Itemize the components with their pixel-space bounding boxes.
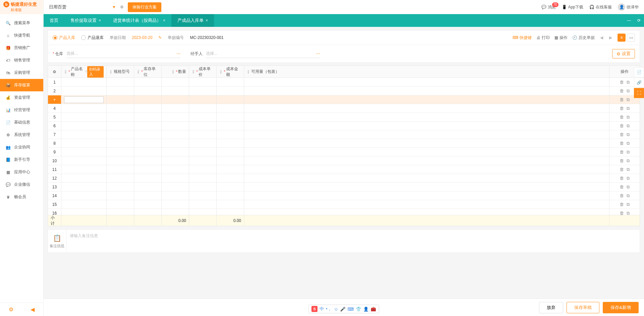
ime-mic-icon[interactable]: 🎤	[340, 307, 345, 312]
delete-row-icon[interactable]: 🗑	[620, 167, 624, 172]
tab[interactable]: 售价提取设置×	[64, 14, 107, 27]
date-value[interactable]: 2023-03-20	[132, 35, 152, 40]
ime-user-icon[interactable]: 👤	[363, 307, 369, 312]
table-row[interactable]: 6 🗑 ⧉	[48, 122, 640, 130]
table-row[interactable]: 1 🗑 ⧉	[48, 78, 640, 87]
product-name-input[interactable]	[64, 96, 104, 103]
remarks-input[interactable]	[66, 230, 640, 253]
view-list-button[interactable]: ≡	[618, 34, 626, 42]
sidebar-item-money[interactable]: 💰资金管理	[0, 91, 43, 104]
tab[interactable]: 进货单统计表（按商品）×	[107, 14, 171, 27]
table-row[interactable]: 2 🗑 ⧉	[48, 87, 640, 95]
copy-row-icon[interactable]: ⧉	[627, 211, 630, 215]
copy-row-icon[interactable]: ⧉	[627, 158, 630, 164]
user-menu[interactable]: 👤 徐泽华	[618, 3, 639, 11]
table-row[interactable]: 10 🗑 ⧉	[48, 156, 640, 165]
tab[interactable]: 首页	[44, 14, 64, 27]
scan-input-button[interactable]: 扫码录入	[87, 66, 104, 78]
copy-row-icon[interactable]: ⧉	[627, 167, 630, 172]
copy-row-icon[interactable]: ⧉	[627, 123, 630, 129]
copy-row-icon[interactable]: ⧉	[627, 176, 630, 181]
col-unit-cost[interactable]: ▲▼ *成本单价	[189, 66, 217, 78]
table-row[interactable]: 9 🗑 ⧉	[48, 148, 640, 156]
app-download-button[interactable]: 📱 App下载	[562, 4, 583, 10]
sidebar-collapse-icon[interactable]: ◀	[31, 306, 35, 313]
copy-row-icon[interactable]: ⧉	[627, 97, 630, 102]
sidebar-item-search[interactable]: 🔍搜索菜单	[0, 17, 43, 29]
messages-button[interactable]: 💬 消息 70	[541, 4, 556, 10]
col-product-name[interactable]: ▲▼ *产品名称 ? 扫码录入	[61, 66, 107, 78]
tab[interactable]: 产成品入库单×	[171, 14, 214, 27]
sidebar-item-gift[interactable]: 🎁营销推广	[0, 42, 43, 54]
sidebar-item-team[interactable]: 👥企业协同	[0, 141, 43, 153]
help-icon[interactable]: ?	[85, 70, 87, 74]
tab-minimize-button[interactable]: —	[624, 14, 634, 27]
view-card-button[interactable]: ▭	[627, 34, 635, 42]
sidebar-item-wechat[interactable]: 💬企业微信	[0, 178, 43, 191]
table-row[interactable]: + 🗑 ⧉	[48, 95, 640, 104]
copy-row-icon[interactable]: ⧉	[627, 184, 630, 190]
delete-row-icon[interactable]: 🗑	[620, 176, 624, 181]
delete-row-icon[interactable]: 🗑	[620, 149, 624, 154]
copy-row-icon[interactable]: ⧉	[627, 132, 630, 137]
radio-product-out[interactable]: 产品退库	[81, 35, 104, 41]
sidebar-item-chart[interactable]: 📊经营管理	[0, 104, 43, 116]
sidebar-item-tag[interactable]: 🏷销售管理	[0, 54, 43, 66]
table-row[interactable]: 12 🗑 ⧉	[48, 174, 640, 183]
delete-row-icon[interactable]: 🗑	[620, 132, 624, 137]
ime-lang[interactable]: 中	[320, 306, 324, 312]
col-qty[interactable]: ▲▼ *数量	[162, 66, 189, 78]
delete-row-icon[interactable]: 🗑	[620, 80, 624, 85]
close-icon[interactable]: ×	[206, 18, 208, 23]
category-selector[interactable]: 日用百货 ▼	[49, 4, 116, 10]
delete-row-icon[interactable]: 🗑	[620, 141, 624, 146]
col-unit[interactable]: ▲▼ *库存单位	[134, 66, 162, 78]
sidebar-item-guide[interactable]: 📘新手引导	[0, 153, 43, 166]
sidebar-item-gear[interactable]: ⚙系统管理	[0, 129, 43, 141]
delete-row-icon[interactable]: 🗑	[620, 88, 624, 93]
ime-punct-icon[interactable]: •，	[326, 306, 332, 312]
filter-settings-button[interactable]: ⚙ 设置	[612, 49, 635, 58]
next-doc-button[interactable]: ▶	[608, 35, 613, 40]
date-edit-icon[interactable]: ✎	[158, 35, 162, 40]
table-row[interactable]: 11 🗑 ⧉	[48, 165, 640, 174]
experience-button[interactable]: 体验行业方案	[128, 2, 161, 12]
table-row[interactable]: 5 🗑 ⧉	[48, 113, 640, 122]
save-draft-button[interactable]: 保存草稿	[567, 302, 599, 313]
operate-link[interactable]: ▦ 操作	[554, 35, 568, 41]
prev-doc-button[interactable]: ◀	[599, 35, 604, 40]
tab-refresh-button[interactable]: ⟳	[634, 14, 644, 27]
sidebar-settings-icon[interactable]: ⚙	[9, 306, 13, 313]
float-note-icon[interactable]: 📄	[634, 67, 644, 77]
float-expand-icon[interactable]: ⛶	[634, 88, 644, 98]
delete-row-icon[interactable]: 🗑	[620, 123, 624, 128]
sidebar-item-apps[interactable]: ▦应用中心	[0, 166, 43, 178]
history-link[interactable]: 🕘 历史单据	[572, 35, 595, 41]
delete-row-icon[interactable]: 🗑	[620, 211, 624, 215]
table-row[interactable]: 8 🗑 ⧉	[48, 139, 640, 148]
copy-row-icon[interactable]: ⧉	[627, 141, 630, 146]
warehouse-select[interactable]: 选择... ⋯	[66, 49, 180, 58]
handler-select[interactable]: 选择... ⋯	[206, 49, 320, 58]
ime-toolbox-icon[interactable]: 🧰	[371, 307, 376, 312]
delete-row-icon[interactable]: 🗑	[620, 97, 624, 102]
delete-row-icon[interactable]: 🗑	[620, 202, 624, 207]
float-link-icon[interactable]: 🔗	[634, 78, 644, 88]
add-row-icon[interactable]: +	[52, 97, 57, 102]
ime-emoji-icon[interactable]: ☺	[334, 307, 338, 312]
copy-row-icon[interactable]: ⧉	[627, 193, 630, 198]
delete-row-icon[interactable]: 🗑	[620, 184, 624, 189]
ime-toolbar[interactable]: S 中 •， ☺ 🎤 ⌨ 👕 👤 🧰	[309, 305, 379, 313]
copy-row-icon[interactable]: ⧉	[627, 106, 630, 111]
table-row[interactable]: 13 🗑 ⧉	[48, 183, 640, 191]
delete-row-icon[interactable]: 🗑	[620, 115, 624, 120]
sidebar-item-vip[interactable]: ♛畅会员	[0, 191, 43, 203]
sidebar-item-bag[interactable]: 🛍采购管理	[0, 66, 43, 79]
col-available[interactable]: ▲▼ 可用量（包装）	[244, 66, 609, 78]
col-settings[interactable]: ⚙	[48, 66, 61, 78]
sidebar-item-home[interactable]: ⌂快捷导航	[0, 29, 43, 42]
radio-product-in[interactable]: 产品入库	[53, 35, 75, 41]
table-row[interactable]: 16 🗑 ⧉	[48, 209, 640, 215]
copy-row-icon[interactable]: ⧉	[627, 80, 630, 85]
close-icon[interactable]: ×	[99, 18, 101, 23]
